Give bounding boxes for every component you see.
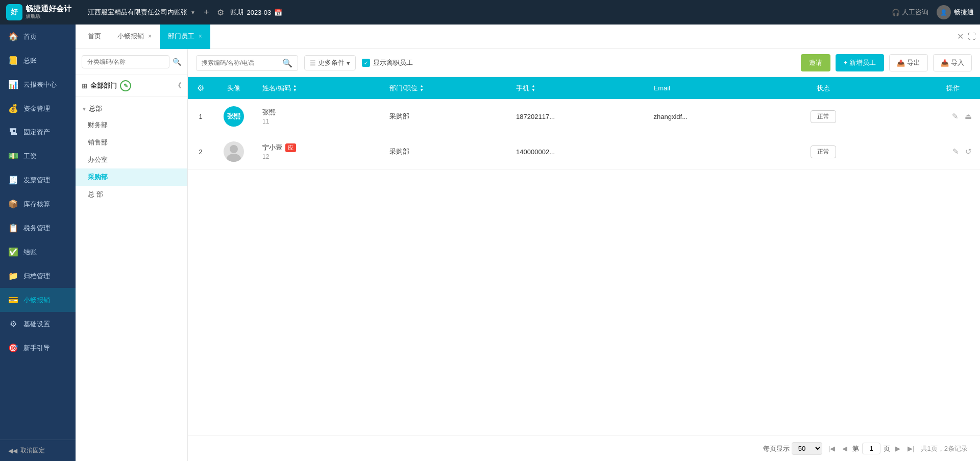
next-page-button[interactable]: ▶ bbox=[893, 444, 902, 453]
column-settings-icon[interactable]: ⚙ bbox=[197, 84, 204, 92]
row-email bbox=[646, 134, 771, 169]
show-left-toggle[interactable]: ✓ 显示离职员工 bbox=[362, 58, 413, 67]
employee-search-input[interactable] bbox=[202, 59, 279, 66]
dept-panel: 🔍 ⊞ 全部部门 ✎ 《 ▼ 总部 财务部 销售部 办公室 采购部 bbox=[76, 49, 188, 461]
export-button[interactable]: 📤 导出 bbox=[889, 54, 928, 71]
service-button[interactable]: 🎧 人工咨询 bbox=[892, 8, 928, 17]
logout-icon[interactable]: ⏏ bbox=[965, 112, 972, 121]
col-phone[interactable]: 手机 ▲▼ bbox=[508, 77, 645, 99]
delete-icon[interactable]: ↺ bbox=[965, 147, 972, 156]
tab-bar: 首页 小畅报销 × 部门员工 × ✕ ⛶ bbox=[76, 25, 980, 49]
row-index: 2 bbox=[188, 134, 213, 169]
logo-area: 好 畅捷通好会计 旗舰版 bbox=[6, 4, 82, 20]
close-icon[interactable]: × bbox=[199, 33, 202, 40]
user-area[interactable]: 👤 畅捷通 bbox=[937, 5, 974, 19]
first-page-button[interactable]: |◀ bbox=[826, 444, 837, 453]
sidebar-label: 基础设置 bbox=[23, 320, 50, 329]
assets-icon: 🏗 bbox=[8, 128, 18, 137]
sidebar-item-home[interactable]: 🏠 首页 bbox=[0, 25, 76, 48]
sidebar-label: 新手引导 bbox=[23, 344, 50, 353]
filter-button[interactable]: ☰ 更多条件 ▾ bbox=[304, 55, 356, 70]
tax-icon: 📋 bbox=[8, 223, 18, 233]
top-bar: 好 畅捷通好会计 旗舰版 江西服宝精品有限责任公司内账张 ▼ + ⚙ 账期 20… bbox=[0, 0, 980, 25]
dept-root[interactable]: ▼ 总部 bbox=[76, 101, 187, 116]
page-label: 第 bbox=[852, 444, 859, 453]
period-label: 账期 bbox=[230, 8, 243, 17]
dept-item-finance[interactable]: 财务部 bbox=[76, 116, 187, 134]
row-index: 1 bbox=[188, 99, 213, 134]
ledger-icon: 📒 bbox=[8, 56, 18, 65]
sidebar-item-invoice[interactable]: 🧾 发票管理 bbox=[0, 168, 76, 192]
sidebar-item-reports[interactable]: 📊 云报表中心 bbox=[0, 72, 76, 96]
row-dept: 采购部 bbox=[381, 99, 508, 134]
sidebar-item-archive[interactable]: 📁 归档管理 bbox=[0, 264, 76, 288]
sidebar-label: 固定资产 bbox=[23, 128, 50, 137]
tab-home[interactable]: 首页 bbox=[80, 25, 109, 49]
invoice-icon: 🧾 bbox=[8, 175, 18, 185]
sidebar-item-assets[interactable]: 🏗 固定资产 bbox=[0, 120, 76, 144]
sidebar-item-settings[interactable]: ⚙ 基础设置 bbox=[0, 312, 76, 336]
calendar-icon[interactable]: 📅 bbox=[274, 9, 282, 16]
sidebar-item-expense[interactable]: 💳 小畅报销 bbox=[0, 288, 76, 312]
row-name-code: 张熙 11 bbox=[254, 99, 381, 134]
import-button[interactable]: 📥 导入 bbox=[933, 54, 972, 71]
row-name-code: 宁小壹 应 12 bbox=[254, 134, 381, 169]
add-company-button[interactable]: + bbox=[204, 7, 209, 18]
sidebar-label: 云报表中心 bbox=[23, 80, 57, 89]
sidebar-item-ledger[interactable]: 📒 总账 bbox=[0, 48, 76, 72]
page-input[interactable] bbox=[862, 443, 880, 454]
search-icon[interactable]: 🔍 bbox=[282, 58, 292, 68]
col-email: Email bbox=[646, 77, 771, 99]
search-icon[interactable]: 🔍 bbox=[173, 58, 181, 66]
sidebar-item-funds[interactable]: 💰 资金管理 bbox=[0, 96, 76, 120]
per-page-select[interactable]: 50 100 bbox=[792, 442, 822, 455]
sidebar-item-tax[interactable]: 📋 税务管理 bbox=[0, 216, 76, 240]
archive-icon: 📁 bbox=[8, 271, 18, 281]
row-phone: 140000002... bbox=[508, 134, 645, 169]
table-row: 1 张熙 张熙 11 bbox=[188, 99, 980, 134]
collapse-icon[interactable]: 《 bbox=[175, 81, 181, 90]
settings-icon[interactable]: ⚙ bbox=[217, 8, 224, 17]
dept-item-purchase[interactable]: 采购部 bbox=[76, 168, 187, 186]
show-left-label: 显示离职员工 bbox=[373, 58, 413, 67]
employee-search-field[interactable]: 🔍 bbox=[196, 55, 298, 71]
col-name[interactable]: 姓名/编码 ▲▼ bbox=[254, 77, 381, 99]
dept-header: ⊞ 全部部门 ✎ 《 bbox=[76, 75, 187, 97]
sidebar-item-checkout[interactable]: ✅ 结账 bbox=[0, 240, 76, 264]
row-email: zhangxidf... bbox=[646, 99, 771, 134]
headset-icon: 🎧 bbox=[892, 9, 900, 16]
dept-search-box: 🔍 bbox=[76, 49, 187, 75]
sidebar-item-payroll[interactable]: 💵 工资 bbox=[0, 144, 76, 168]
tab-expense[interactable]: 小畅报销 × bbox=[109, 25, 160, 49]
edit-icon[interactable]: ✎ bbox=[952, 147, 959, 156]
row-actions: ✎ ↺ bbox=[875, 134, 980, 169]
sidebar-item-inventory[interactable]: 📦 库存核算 bbox=[0, 192, 76, 216]
col-avatar: 头像 bbox=[213, 77, 254, 99]
sidebar-label: 首页 bbox=[23, 32, 37, 41]
page-size-selector: 每页显示 50 100 bbox=[763, 442, 822, 455]
expand-icon[interactable]: ⛶ bbox=[968, 32, 976, 41]
col-status: 状态 bbox=[771, 77, 875, 99]
invite-button[interactable]: 邀请 bbox=[801, 54, 830, 71]
logo-sub: 旗舰版 bbox=[26, 13, 71, 20]
company-selector[interactable]: 江西服宝精品有限责任公司内账张 ▼ bbox=[88, 8, 195, 17]
close-all-icon[interactable]: ✕ bbox=[957, 32, 964, 41]
dept-search-input[interactable] bbox=[82, 55, 169, 68]
last-page-button[interactable]: ▶| bbox=[905, 444, 916, 453]
period-value: 2023-03 bbox=[247, 9, 271, 16]
reports-icon: 📊 bbox=[8, 80, 18, 89]
close-icon[interactable]: × bbox=[148, 33, 152, 40]
col-dept[interactable]: 部门/职位 ▲▼ bbox=[381, 77, 508, 99]
pin-toggle[interactable]: ◀◀ 取消固定 bbox=[0, 440, 76, 461]
logo-text: 畅捷通好会计 bbox=[26, 5, 71, 13]
dept-item-general[interactable]: 总 部 bbox=[76, 186, 187, 203]
sidebar-item-guide[interactable]: 🎯 新手引导 bbox=[0, 336, 76, 360]
edit-icon[interactable]: ✎ bbox=[952, 112, 959, 121]
prev-page-button[interactable]: ◀ bbox=[840, 444, 849, 453]
dept-item-sales[interactable]: 销售部 bbox=[76, 134, 187, 151]
edit-dept-button[interactable]: ✎ bbox=[120, 80, 131, 91]
tab-employee[interactable]: 部门员工 × bbox=[160, 25, 210, 49]
dept-item-office[interactable]: 办公室 bbox=[76, 151, 187, 168]
add-employee-button[interactable]: + 新增员工 bbox=[836, 54, 884, 71]
expense-icon: 💳 bbox=[8, 295, 18, 305]
